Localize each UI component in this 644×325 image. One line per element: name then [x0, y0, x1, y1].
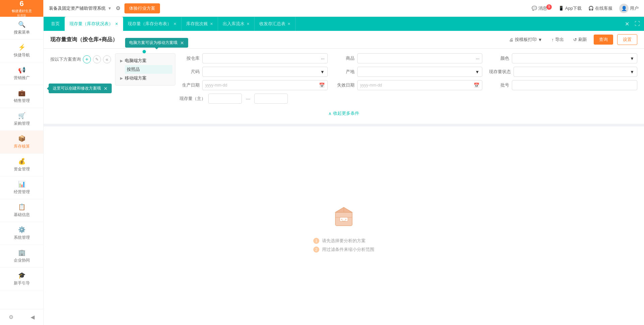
- warehouse-select[interactable]: ···: [202, 53, 328, 63]
- child-scheme-label: 按照品: [127, 66, 140, 72]
- tab-inventory-dist[interactable]: 现存量（库存分布表） ✕: [123, 17, 181, 31]
- color-select[interactable]: ▼: [512, 53, 637, 63]
- collapse-btn[interactable]: ∧ 收起更多条件: [50, 108, 637, 119]
- tip-text-1: 请先选择要分析的方案: [322, 238, 366, 244]
- settings-btn[interactable]: 设置: [617, 34, 637, 45]
- size-chevron-icon: ▼: [320, 69, 325, 74]
- scheme-tree: ▶ 电脑端方案 按照品 ▶ 移动端方案: [115, 53, 175, 86]
- tab-receivable-summary[interactable]: 收发存汇总表 ✕: [255, 17, 296, 31]
- size-select[interactable]: ▼: [202, 67, 328, 77]
- refresh-icon: ↺: [573, 37, 577, 42]
- stock-main-field: 现存量（主） —: [179, 94, 288, 104]
- system-icon: ⚙️: [18, 226, 25, 233]
- user-name: 用户: [630, 5, 639, 11]
- mobile-scheme-item[interactable]: ▶ 移动端方案: [118, 74, 172, 83]
- sidebar-bottom: ⚙ ◀: [0, 309, 43, 325]
- goods-select[interactable]: ···: [357, 53, 483, 63]
- tabbar-right: ✕ ⛶: [624, 19, 641, 29]
- purchase-icon: 🛒: [18, 112, 25, 119]
- tab-receivable-summary-label: 收发存汇总表: [259, 21, 285, 27]
- export-btn[interactable]: ↑ 导出: [549, 35, 567, 44]
- sidebar-item-finance[interactable]: 💰 资金管理: [0, 154, 43, 176]
- system-selector[interactable]: 装备及固定资产辅助管理系统 ▼: [49, 5, 112, 11]
- production-date-input[interactable]: yyyy-mm-dd 📅: [202, 80, 328, 90]
- empty-illustration: [327, 199, 361, 232]
- app-download-label: App下载: [565, 5, 582, 11]
- message-label: 消息: [538, 5, 547, 11]
- svg-rect-4: [340, 217, 348, 221]
- stock-status-label: 现存量状态: [489, 69, 511, 75]
- expiry-date-input[interactable]: yyyy-mm-dd 📅: [357, 80, 483, 90]
- empty-tip-1: 1 请先选择要分析的方案: [313, 238, 374, 244]
- origin-select[interactable]: ▼: [357, 67, 483, 77]
- sidebar-item-sales[interactable]: 💼 销售管理: [0, 85, 43, 108]
- filter-label: 按以下方案查询 + ✎ «: [50, 53, 111, 63]
- batch-label: 批号: [489, 82, 509, 88]
- tab-in-out-flow[interactable]: 出入库流水 ✕: [218, 17, 255, 31]
- filter-area: 按以下方案查询 + ✎ « ▶ 电脑端方案: [44, 49, 644, 124]
- sidebar-item-label: 资金管理: [14, 166, 30, 172]
- sidebar-item-label: 快捷导航: [14, 52, 30, 58]
- app-download-btn[interactable]: 📱 App下载: [558, 5, 582, 11]
- quick-icon: ⚡: [18, 44, 25, 51]
- sidebar-collapse-btn[interactable]: ◀: [29, 313, 36, 322]
- logo-text: 畅捷通好生意: [12, 9, 32, 13]
- sidebar-item-label: 基础信息: [14, 212, 30, 218]
- edit-scheme-btn[interactable]: ✎: [93, 55, 101, 63]
- sidebar-item-enterprise[interactable]: 🏢 企业协同: [0, 245, 43, 268]
- tab-close-icon[interactable]: ✕: [210, 22, 213, 26]
- refresh-btn[interactable]: ↺ 刷新: [571, 35, 590, 44]
- sidebar-item-quick[interactable]: ⚡ 快捷导航: [0, 40, 43, 62]
- message-btn[interactable]: 💬 消息 9: [532, 5, 552, 11]
- tooltip1-close-btn[interactable]: ✕: [180, 40, 184, 46]
- size-label: 尺码: [179, 69, 200, 75]
- tab-home[interactable]: 首页: [46, 17, 65, 31]
- sidebar-item-label: 企业协同: [14, 258, 30, 263]
- tab-close-all-btn[interactable]: ✕: [624, 19, 631, 29]
- desktop-scheme-child[interactable]: 按照品: [125, 65, 172, 74]
- batch-input[interactable]: [512, 80, 637, 90]
- tab-fullscreen-btn[interactable]: ⛶: [633, 19, 641, 28]
- production-date-field: 生产日期 yyyy-mm-dd 📅: [179, 80, 328, 90]
- origin-label: 产地: [334, 69, 355, 75]
- sidebar-item-operations[interactable]: 📊 经营管理: [0, 176, 43, 199]
- sidebar-item-purchase[interactable]: 🛒 采购管理: [0, 108, 43, 131]
- collapse-chevron-icon: ∧: [328, 111, 332, 116]
- desktop-scheme-item[interactable]: ▶ 电脑端方案: [118, 56, 172, 65]
- tip-num-1: 1: [313, 238, 319, 244]
- export-label: 导出: [555, 37, 564, 43]
- sidebar-item-system[interactable]: ⚙️ 系统管理: [0, 222, 43, 245]
- print-btn[interactable]: 🖨 按模板打印 ▼: [506, 35, 545, 44]
- goods-dots-icon: ···: [476, 56, 479, 61]
- tooltip2-close-btn[interactable]: ✕: [104, 86, 108, 91]
- tab-close-icon[interactable]: ✕: [173, 22, 176, 26]
- stock-main-from-input[interactable]: [208, 94, 242, 104]
- main-content: 装备及固定资产辅助管理系统 ▼ ⚙ 体验行业方案 💬 消息 9 📱 App下载 …: [44, 0, 644, 325]
- tab-batch-ledger[interactable]: 库存批次账 ✕: [181, 17, 218, 31]
- sidebar-item-search[interactable]: 🔍 搜索菜单: [0, 17, 43, 40]
- desktop-scheme-label: 电脑端方案: [125, 58, 147, 64]
- sidebar-item-marketing[interactable]: 📢 营销推广: [0, 62, 43, 85]
- online-service-btn[interactable]: 🎧 在线客服: [588, 5, 612, 11]
- sidebar-settings-btn[interactable]: ⚙: [7, 313, 15, 322]
- tab-in-out-flow-label: 出入库流水: [223, 21, 245, 27]
- sidebar-item-guide[interactable]: 🎓 新手引导: [0, 268, 43, 290]
- tab-inventory-status[interactable]: 现存量（库存状况表） ✕: [65, 17, 123, 31]
- stock-main-to-input[interactable]: [254, 94, 288, 104]
- prev-scheme-btn[interactable]: «: [103, 55, 111, 63]
- tab-close-icon[interactable]: ✕: [287, 22, 290, 26]
- user-profile-btn[interactable]: 👤 用户: [619, 4, 639, 13]
- tab-inventory-status-label: 现存量（库存状况表）: [69, 21, 113, 27]
- stock-status-select[interactable]: ▼: [514, 67, 637, 77]
- add-scheme-btn[interactable]: +: [83, 55, 91, 63]
- sidebar-item-basic[interactable]: 📋 基础信息: [0, 199, 43, 222]
- tooltip-scheme-2: 这里可以创建和修改方案哦 ✕: [49, 84, 112, 93]
- trial-btn[interactable]: 体验行业方案: [124, 3, 160, 13]
- sidebar-item-inventory[interactable]: 📦 库存核算: [0, 131, 43, 154]
- topbar-settings-btn[interactable]: ⚙: [116, 5, 120, 11]
- production-date-label: 生产日期: [179, 82, 200, 88]
- search-btn[interactable]: 查询: [594, 35, 613, 45]
- tab-close-icon[interactable]: ✕: [115, 22, 118, 26]
- tab-close-icon[interactable]: ✕: [247, 22, 250, 26]
- tooltip-scheme-1: 电脑方案可设为移动方案哦 ✕: [125, 38, 188, 48]
